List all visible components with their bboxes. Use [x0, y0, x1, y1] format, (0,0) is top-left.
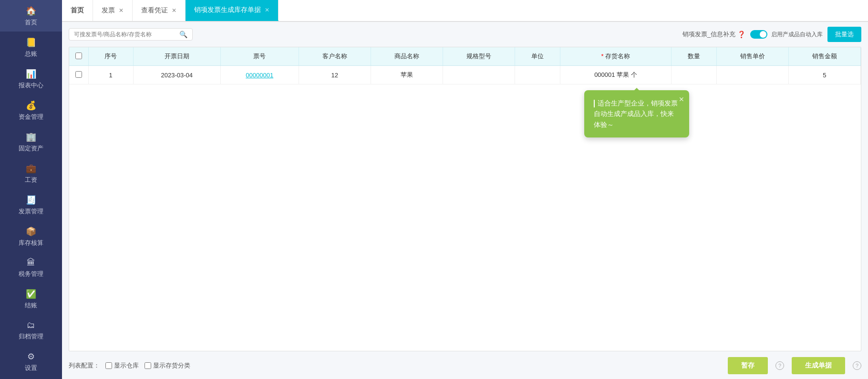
col-checkbox — [69, 47, 88, 66]
col-unit-price: 销售单价 — [716, 47, 788, 66]
row-customer: 12 — [299, 66, 371, 84]
funds-icon: 💰 — [26, 100, 36, 111]
row-checkbox[interactable] — [75, 71, 82, 78]
save-button[interactable]: 暂存 — [728, 357, 768, 374]
sidebar-item-closing[interactable]: ✅ 结账 — [0, 283, 62, 315]
inventory-icon: 📦 — [26, 226, 36, 237]
tooltip-cursor — [594, 100, 595, 107]
sidebar-item-tax[interactable]: 🏛 税务管理 — [0, 252, 62, 283]
list-config-label: 列表配置： — [69, 361, 100, 370]
row-amount: 5 — [788, 66, 860, 84]
save-help-icon[interactable]: ? — [775, 361, 784, 370]
data-table: 序号 开票日期 票号 客户名称 商品名称 规格型号 单位 * 存货名称 数量 销… — [69, 47, 861, 84]
show-category-label[interactable]: 显示存货分类 — [145, 361, 190, 370]
info-label-text: 销项发票_信息补充 — [682, 30, 735, 39]
sidebar-item-fixed-assets[interactable]: 🏢 固定资产 — [0, 126, 62, 158]
auto-stock-toggle[interactable] — [750, 30, 767, 39]
sidebar-item-label: 归档管理 — [19, 332, 43, 341]
tab-sales-close[interactable]: ✕ — [265, 7, 269, 13]
tab-home[interactable]: 首页 — [62, 0, 93, 21]
show-category-checkbox[interactable] — [145, 362, 151, 369]
row-date: 2023-03-04 — [133, 66, 220, 84]
generate-help-icon[interactable]: ? — [853, 361, 861, 370]
sidebar-item-label: 报表中心 — [19, 81, 43, 90]
col-product: 商品名称 — [371, 47, 443, 66]
toggle-label: 启用产成品自动入库 — [771, 31, 823, 39]
content-area: 🔍 销项发票_信息补充 ❓ 启用产成品自动入库 批量选 — [62, 22, 868, 379]
tooltip-text: 适合生产型企业，销项发票自动生成产成品入库，快来体验～ — [594, 99, 678, 128]
row-quantity — [672, 66, 716, 84]
batch-button[interactable]: 批量选 — [827, 27, 861, 42]
search-input[interactable] — [74, 31, 176, 38]
reports-icon: 📊 — [26, 69, 36, 79]
tab-sales[interactable]: 销项发票生成库存单据 ✕ — [186, 0, 279, 21]
search-icon: 🔍 — [179, 31, 187, 38]
tab-voucher-close[interactable]: ✕ — [172, 7, 176, 14]
show-warehouse-label[interactable]: 显示仓库 — [105, 361, 139, 370]
col-customer: 客户名称 — [299, 47, 371, 66]
col-spec: 规格型号 — [443, 47, 515, 66]
top-controls: 🔍 销项发票_信息补充 ❓ 启用产成品自动入库 批量选 — [69, 27, 861, 42]
show-category-text: 显示存货分类 — [153, 361, 190, 370]
info-label: 销项发票_信息补充 ❓ — [682, 30, 745, 39]
col-seq: 序号 — [88, 47, 133, 66]
sidebar-item-label: 结账 — [25, 301, 37, 310]
tab-voucher-label: 查看凭证 — [141, 6, 168, 15]
sidebar-item-reports[interactable]: 📊 报表中心 — [0, 63, 62, 95]
tooltip-close-icon[interactable]: ✕ — [679, 94, 684, 105]
tab-invoice-close[interactable]: ✕ — [119, 7, 124, 14]
tax-icon: 🏛 — [27, 258, 35, 268]
col-amount: 销售金额 — [788, 47, 860, 66]
list-config: 列表配置： 显示仓库 显示存货分类 — [69, 361, 190, 370]
generate-button[interactable]: 生成单据 — [792, 357, 845, 374]
sidebar-item-home[interactable]: 🏠 首页 — [0, 0, 62, 32]
tab-invoice[interactable]: 发票 ✕ — [93, 0, 133, 21]
ledger-icon: 📒 — [26, 37, 36, 48]
tab-home-label: 首页 — [71, 6, 84, 15]
sidebar-item-hr[interactable]: 💼 工资 — [0, 158, 62, 189]
tooltip-popup: ✕ 适合生产型企业，销项发票自动生成产成品入库，快来体验～ — [584, 90, 689, 137]
sidebar-item-archive[interactable]: 🗂 归档管理 — [0, 315, 62, 346]
sidebar-item-funds[interactable]: 💰 资金管理 — [0, 95, 62, 126]
sidebar-item-settings[interactable]: ⚙ 设置 — [0, 346, 62, 377]
sidebar-item-label: 总账 — [25, 50, 37, 58]
row-checkbox-cell — [69, 66, 88, 84]
sidebar-item-label: 税务管理 — [19, 270, 43, 278]
info-help-icon[interactable]: ❓ — [737, 31, 745, 38]
sidebar-item-label: 固定资产 — [19, 144, 43, 153]
row-spec — [443, 66, 515, 84]
sidebar-item-label: 首页 — [25, 18, 37, 27]
archive-icon: 🗂 — [27, 320, 35, 330]
show-warehouse-checkbox[interactable] — [105, 362, 112, 369]
search-box[interactable]: 🔍 — [69, 28, 193, 41]
col-date: 开票日期 — [133, 47, 220, 66]
col-inventory: * 存货名称 — [560, 47, 672, 66]
settings-icon: ⚙ — [27, 351, 35, 362]
fixed-assets-icon: 🏢 — [26, 132, 36, 142]
col-number: 票号 — [220, 47, 299, 66]
sidebar-item-guide[interactable]: 🎯 新手引导 — [0, 377, 62, 379]
table-header-row: 序号 开票日期 票号 客户名称 商品名称 规格型号 单位 * 存货名称 数量 销… — [69, 47, 861, 66]
row-unit — [515, 66, 560, 84]
col-quantity: 数量 — [672, 47, 716, 66]
row-seq: 1 — [88, 66, 133, 84]
invoice-mgmt-icon: 🧾 — [26, 195, 36, 205]
select-all-checkbox[interactable] — [75, 53, 82, 59]
row-number[interactable]: 00000001 — [220, 66, 299, 84]
show-warehouse-text: 显示仓库 — [114, 361, 139, 370]
bottom-bar: 列表配置： 显示仓库 显示存货分类 暂存 ? 生成单据 ? — [69, 351, 861, 379]
sidebar-item-ledger[interactable]: 📒 总账 — [0, 32, 62, 63]
sidebar-item-label: 发票管理 — [19, 207, 43, 216]
tab-voucher[interactable]: 查看凭证 ✕ — [133, 0, 186, 21]
table-wrapper: 序号 开票日期 票号 客户名称 商品名称 规格型号 单位 * 存货名称 数量 销… — [69, 47, 861, 351]
row-product: 苹果 — [371, 66, 443, 84]
table-row: 1 2023-03-04 00000001 12 苹果 000001 苹果 个 … — [69, 66, 861, 84]
row-unit-price — [716, 66, 788, 84]
sidebar: 🏠 首页 📒 总账 📊 报表中心 💰 资金管理 🏢 固定资产 💼 工资 🧾 发票… — [0, 0, 62, 379]
sidebar-item-invoice-mgmt[interactable]: 🧾 发票管理 — [0, 189, 62, 221]
row-inventory[interactable]: 000001 苹果 个 — [560, 66, 672, 84]
sidebar-item-inventory[interactable]: 📦 库存核算 — [0, 221, 62, 252]
main-area: 首页 发票 ✕ 查看凭证 ✕ 销项发票生成库存单据 ✕ 🔍 销项发票_信息补充 … — [62, 0, 868, 379]
tab-bar: 首页 发票 ✕ 查看凭证 ✕ 销项发票生成库存单据 ✕ — [62, 0, 868, 22]
tab-sales-label: 销项发票生成库存单据 — [194, 6, 261, 14]
